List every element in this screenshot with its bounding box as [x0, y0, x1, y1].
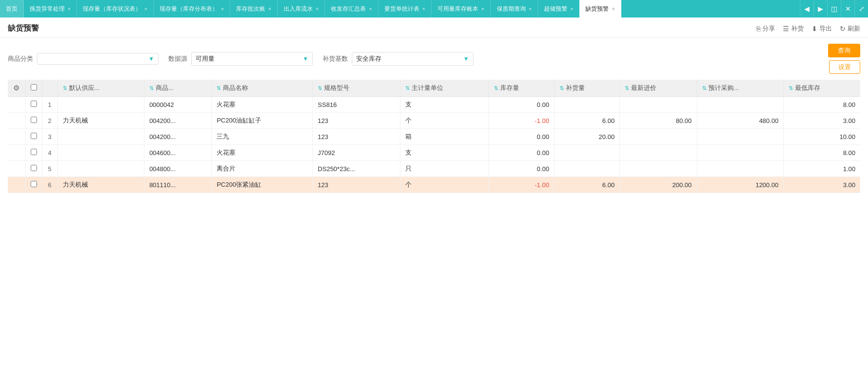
tab-exception-close[interactable]: ×	[68, 6, 71, 12]
replenish-button[interactable]: ☰ 补货	[783, 24, 804, 33]
tab-inventory-status[interactable]: 现存量（库存状况表） ×	[77, 0, 153, 18]
tab-batch-account-close[interactable]: ×	[268, 6, 271, 12]
td-row-num: 2	[42, 113, 57, 129]
th-gear: ⚙	[8, 80, 25, 97]
tab-expiry-query-close[interactable]: ×	[529, 6, 532, 12]
th-rownum	[42, 80, 57, 97]
td-spec: 123	[313, 129, 400, 145]
tab-available-ledger-close[interactable]: ×	[481, 6, 484, 12]
th-latest-price[interactable]: ⇅ 最新进价	[620, 80, 697, 97]
tab-batch-account[interactable]: 库存批次账 ×	[230, 0, 277, 18]
td-spec: SS816	[313, 97, 400, 113]
tab-receipt-summary[interactable]: 收发存汇总表 ×	[325, 0, 378, 18]
th-product-code[interactable]: ⇅ 商品...	[144, 80, 212, 97]
td-min-stock: 10.00	[783, 129, 860, 145]
share-button[interactable]: ⎘ 分享	[757, 24, 775, 33]
th-min-stock-label: 最低库存	[795, 84, 820, 92]
td-stock-qty: -1.00	[489, 177, 554, 193]
td-replenish-qty	[554, 161, 619, 177]
refresh-button[interactable]: ↻ 刷新	[840, 24, 860, 33]
tab-inout-flow[interactable]: 出入库流水 ×	[278, 0, 325, 18]
share-label: 分享	[762, 24, 775, 33]
tab-shortage-close[interactable]: ×	[612, 6, 615, 12]
replenish-label: 补货	[791, 24, 804, 33]
replenish-base-select[interactable]: 安全库存 ▼	[352, 52, 473, 66]
tab-nav-buttons: ◀ ▶ ◫ ✕ ⤢	[800, 0, 868, 18]
row-checkbox[interactable]	[31, 165, 37, 171]
export-button[interactable]: ⬇ 导出	[812, 24, 832, 33]
tab-inventory-dist-close[interactable]: ×	[221, 6, 224, 12]
tab-maximize-button[interactable]: ⤢	[854, 0, 868, 18]
tab-shortage[interactable]: 缺货预警 ×	[579, 0, 621, 18]
select-all-checkbox[interactable]	[31, 84, 37, 90]
settings-button[interactable]: 设置	[829, 60, 860, 74]
category-select[interactable]: ▼	[37, 53, 159, 65]
tab-expiry-query[interactable]: 保质期查询 ×	[491, 0, 538, 18]
th-spec[interactable]: ⇅ 规格型号	[313, 80, 400, 97]
td-est-purchase	[697, 145, 783, 161]
datasource-select[interactable]: 可用量 ▼	[191, 52, 313, 66]
tab-window-list-button[interactable]: ◫	[827, 0, 841, 18]
tab-available-ledger[interactable]: 可用量库存账本 ×	[432, 0, 490, 18]
th-unit[interactable]: ⇅ 主计量单位	[400, 80, 488, 97]
table-row: 2 力天机械 004200... PC200油缸缸子 123 个 -1.00 6…	[8, 113, 860, 129]
td-stock-qty: 0.00	[489, 97, 554, 113]
tab-next-button[interactable]: ▶	[814, 0, 827, 18]
refresh-label: 刷新	[848, 24, 860, 33]
share-icon: ⎘	[757, 25, 760, 33]
td-spec: 123	[313, 113, 400, 129]
td-replenish-qty	[554, 145, 619, 161]
th-stock-qty[interactable]: ⇅ 库存量	[489, 80, 554, 97]
td-stock-qty: 0.00	[489, 161, 554, 177]
td-unit: 只	[400, 161, 488, 177]
td-product-code: 004200...	[144, 113, 212, 129]
row-checkbox[interactable]	[31, 181, 37, 187]
tab-inventory-status-close[interactable]: ×	[144, 6, 147, 12]
th-est-purchase[interactable]: ⇅ 预计采购...	[697, 80, 783, 97]
tab-order-stats-close[interactable]: ×	[422, 6, 425, 12]
td-product-code: 004200...	[144, 129, 212, 145]
row-checkbox[interactable]	[31, 117, 37, 123]
sort-icon: ⇅	[494, 85, 498, 91]
replenish-base-filter-group: 补货基数 安全库存 ▼	[323, 52, 473, 66]
column-settings-icon[interactable]: ⚙	[13, 84, 19, 92]
tab-receipt-summary-close[interactable]: ×	[369, 6, 372, 12]
category-filter-group: 商品分类 ▼	[8, 53, 159, 65]
td-unit: 个	[400, 113, 488, 129]
tab-overstock-close[interactable]: ×	[570, 6, 573, 12]
td-row-num: 5	[42, 161, 57, 177]
tab-overstock[interactable]: 超储预警 ×	[538, 0, 579, 18]
tab-inout-flow-close[interactable]: ×	[316, 6, 319, 12]
export-icon: ⬇	[812, 25, 817, 33]
row-checkbox[interactable]	[31, 133, 37, 139]
tab-order-stats[interactable]: 要货单统计表 ×	[379, 0, 432, 18]
td-row-num: 1	[42, 97, 57, 113]
tab-prev-button[interactable]: ◀	[800, 0, 814, 18]
td-latest-price	[620, 145, 697, 161]
tab-inventory-dist[interactable]: 现存量（库存分布表） ×	[154, 0, 230, 18]
filter-actions: 查询 设置	[828, 44, 860, 74]
row-checkbox[interactable]	[31, 101, 37, 107]
datasource-filter-group: 数据源 可用量 ▼	[168, 52, 313, 66]
th-default-supplier[interactable]: ⇅ 默认供应...	[57, 80, 144, 97]
td-replenish-qty: 6.00	[554, 113, 619, 129]
th-min-stock[interactable]: ⇅ 最低库存	[783, 80, 860, 97]
th-replenish-qty-label: 补货量	[566, 84, 585, 92]
td-product-name: 离合片	[212, 161, 313, 177]
export-label: 导出	[819, 24, 832, 33]
td-product-name: PC200油缸缸子	[212, 113, 313, 129]
th-stock-qty-label: 库存量	[500, 84, 519, 92]
sort-icon: ⇅	[702, 85, 706, 91]
td-est-purchase: 1200.00	[697, 177, 783, 193]
table-row: 5 004800... 离合片 DS250*23c... 只 0.00 1.00	[8, 161, 860, 177]
th-product-name-label: 商品名称	[223, 84, 248, 92]
th-product-name[interactable]: ⇅ 商品名称	[212, 80, 313, 97]
th-replenish-qty[interactable]: ⇅ 补货量	[554, 80, 619, 97]
query-button[interactable]: 查询	[828, 44, 860, 57]
th-checkbox	[25, 80, 42, 97]
tab-exception[interactable]: 拣货异常处理 ×	[24, 0, 77, 18]
tab-close-all-button[interactable]: ✕	[841, 0, 854, 18]
td-row-num: 4	[42, 145, 57, 161]
row-checkbox[interactable]	[31, 149, 37, 155]
tab-home[interactable]: 首页	[0, 0, 24, 18]
